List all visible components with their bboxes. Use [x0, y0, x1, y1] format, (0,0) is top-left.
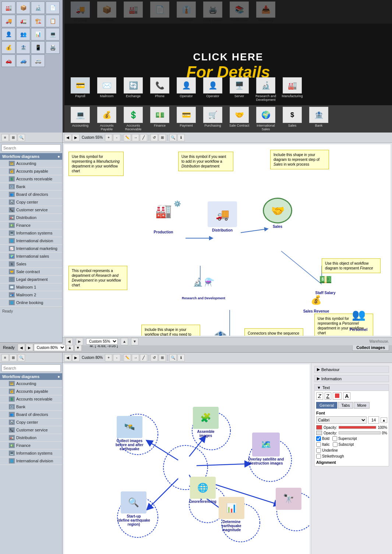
sidebar-item-online-booking[interactable]: 🌐 Online booking: [0, 299, 62, 307]
sidebar-item-accounts-receivable[interactable]: 💲 Accounts receivable: [0, 175, 62, 183]
sidebar2-item-bank[interactable]: 🏦 Bank: [0, 403, 62, 411]
tb-forward[interactable]: ▶: [72, 134, 80, 141]
sidebar-item-mailroom2[interactable]: 📬 Mailroom 2: [0, 291, 62, 299]
node-production[interactable]: 🏭 ⚙️ Production: [149, 203, 178, 234]
zoom-down[interactable]: ▼: [131, 338, 138, 345]
font-select[interactable]: Calibri Arial Times New Roman: [316, 416, 367, 424]
thumb-item[interactable]: 📄: [46, 1, 60, 14]
superscript-check[interactable]: Superscript: [332, 436, 357, 441]
size-up-btn[interactable]: ▲: [381, 417, 387, 423]
sidebar2-item-accounts-receivable[interactable]: 💲 Accounts receivable: [0, 395, 62, 403]
sidebar-item-finance[interactable]: 💵 Finance: [0, 222, 62, 229]
text-color-btn[interactable]: [333, 392, 342, 400]
thumb-item[interactable]: 🚚: [1, 15, 15, 27]
thumb-item[interactable]: 📋: [46, 15, 60, 27]
tab-more[interactable]: More: [354, 402, 370, 409]
sidebar-item-accounts-payable[interactable]: 💰 Accounts payable: [0, 167, 62, 175]
color-swatch-red[interactable]: [316, 425, 322, 430]
nav-forward[interactable]: ▶: [76, 338, 83, 345]
tab-general[interactable]: General: [316, 402, 337, 409]
tb2-search[interactable]: 🔍: [169, 354, 177, 361]
superscript-checkbox[interactable]: [332, 436, 337, 441]
subscript-checkbox[interactable]: [333, 442, 338, 447]
thumb-item[interactable]: 🚛: [16, 15, 30, 27]
sidebar-item-mailroom1[interactable]: ✉️ Mailroom 1: [0, 283, 62, 291]
search-input[interactable]: [1, 144, 61, 152]
sidebar-item-intl-sales[interactable]: 🌍 International sales: [0, 253, 62, 260]
toolbar-btn[interactable]: ≡: [1, 134, 9, 141]
tb2-line[interactable]: ╱: [140, 354, 147, 361]
thumb-item[interactable]: 🚗: [1, 54, 15, 67]
sidebar2-item-customer-service[interactable]: 📞 Customer service: [0, 426, 62, 434]
tb-zoom-out[interactable]: -: [113, 134, 120, 141]
tb-back[interactable]: ◀: [64, 134, 71, 141]
sidebar-item-customer-service[interactable]: 📞 Customer service: [0, 206, 62, 214]
thumb-item[interactable]: 🖨️: [46, 41, 60, 54]
sidebar-item-sales[interactable]: $ Sales: [0, 260, 62, 268]
color-swatch-gray[interactable]: [316, 431, 322, 435]
strikethrough-checkbox[interactable]: [316, 454, 321, 459]
inter-btn[interactable]: ◀: [18, 344, 25, 351]
bold-check[interactable]: Bold: [316, 436, 329, 441]
node-assemble[interactable]: 🧩 Assembleimages: [193, 407, 219, 438]
tb2-btn[interactable]: ▶: [72, 354, 80, 361]
tb-zoom-in[interactable]: +: [105, 134, 112, 141]
underline-format-btn[interactable]: Z: [325, 392, 332, 400]
toolbar-btn[interactable]: ⊞: [10, 354, 17, 361]
node-georef[interactable]: 🌐 Georeferencing: [189, 477, 216, 504]
italic-format-btn[interactable]: Z: [316, 392, 323, 400]
sidebar-item-bank[interactable]: 🏦 Bank: [0, 183, 62, 191]
thumb-item[interactable]: 💻: [46, 28, 60, 40]
node-rd[interactable]: 🔬 ⚗️ Research and Development: [182, 269, 225, 300]
thumb-item[interactable]: 👤: [1, 28, 15, 40]
sidebar-item-board[interactable]: 👥 Board of directors: [0, 191, 62, 198]
sidebar2-item-information-systems[interactable]: 💻 Information systems: [0, 449, 62, 457]
panel-information-header[interactable]: ▶ Information: [314, 375, 389, 382]
tb-line[interactable]: ╱: [140, 134, 147, 141]
collect-images-diagram[interactable]: 🛰️ Collect imagesbefore and afterearthqu…: [64, 364, 310, 554]
node-collect-images[interactable]: 🛰️ Collect imagesbefore and afterearthqu…: [116, 416, 144, 451]
sidebar-item-copy-center[interactable]: 🖨️ Copy center: [0, 198, 62, 206]
sidebar-item-intl-division[interactable]: 🌐 International division: [0, 237, 62, 245]
sidebar2-section-header[interactable]: Workflow diagrams ●: [0, 373, 62, 380]
node-determine[interactable]: 📊 Determineearthquakemagnitude: [219, 497, 244, 532]
sidebar-item-distribution[interactable]: 🚛 Distribution: [0, 214, 62, 222]
sidebar-item-intl-marketing[interactable]: 📈 International marketing: [0, 245, 62, 253]
opacity-slider-1[interactable]: [339, 426, 377, 429]
thumb-item[interactable]: 📦: [16, 1, 30, 14]
inter-zoom[interactable]: Custom 80%: [34, 344, 66, 351]
sidebar2-item-copy-center[interactable]: 🖨️ Copy center: [0, 419, 62, 426]
sidebar2-item-accounts-payable[interactable]: 💰 Accounts payable: [0, 388, 62, 395]
tb2-grid[interactable]: ⊞: [159, 354, 166, 361]
opacity-slider-2[interactable]: [339, 431, 381, 434]
bold-format-btn[interactable]: A: [343, 392, 350, 400]
toolbar-btn[interactable]: ≡: [1, 354, 9, 361]
thumb-item[interactable]: 🚙: [16, 54, 30, 67]
thumb-item[interactable]: 🏗️: [31, 15, 45, 27]
node-sales-revenue[interactable]: 💰 Sales Revenue: [301, 292, 331, 313]
node-sales[interactable]: 🤝 Sales: [263, 198, 292, 229]
thumb-item[interactable]: 📱: [31, 41, 45, 54]
italic-check[interactable]: Italic: [316, 442, 330, 447]
tb-info[interactable]: ℹ: [177, 134, 185, 141]
sidebar2-item-finance[interactable]: 💵 Finance: [0, 442, 62, 449]
thumb-item[interactable]: 👥: [16, 28, 30, 40]
inter-btn[interactable]: ▶: [26, 344, 33, 351]
node-personnel[interactable]: 👥 Personnel: [344, 303, 373, 332]
subscript-check[interactable]: Subscript: [333, 442, 354, 447]
tb-draw[interactable]: ✏️: [124, 134, 131, 141]
thumb-item[interactable]: 🏭: [1, 1, 15, 14]
tb2-btn[interactable]: -: [113, 354, 120, 361]
thumb-item[interactable]: 📊: [31, 28, 45, 40]
search-input-2[interactable]: [1, 364, 61, 372]
underline-check[interactable]: Underline: [316, 448, 338, 453]
zoom-up[interactable]: ▲: [121, 338, 128, 345]
toolbar-btn[interactable]: ⊞: [10, 134, 17, 141]
sidebar-item-legal[interactable]: ⚖️ Legal department: [0, 276, 62, 283]
node-distribution[interactable]: 🚚 Distribution: [208, 201, 237, 232]
node-staff-salary[interactable]: 💵 Staff Salary: [311, 269, 340, 295]
thumb-item[interactable]: 🔬: [31, 1, 45, 14]
tb-search[interactable]: 🔍: [169, 134, 177, 141]
sidebar2-item-distribution[interactable]: 🚛 Distribution: [0, 434, 62, 442]
node-overlay[interactable]: 🗺️ Overlay satellite anddestruction imag…: [248, 433, 284, 465]
